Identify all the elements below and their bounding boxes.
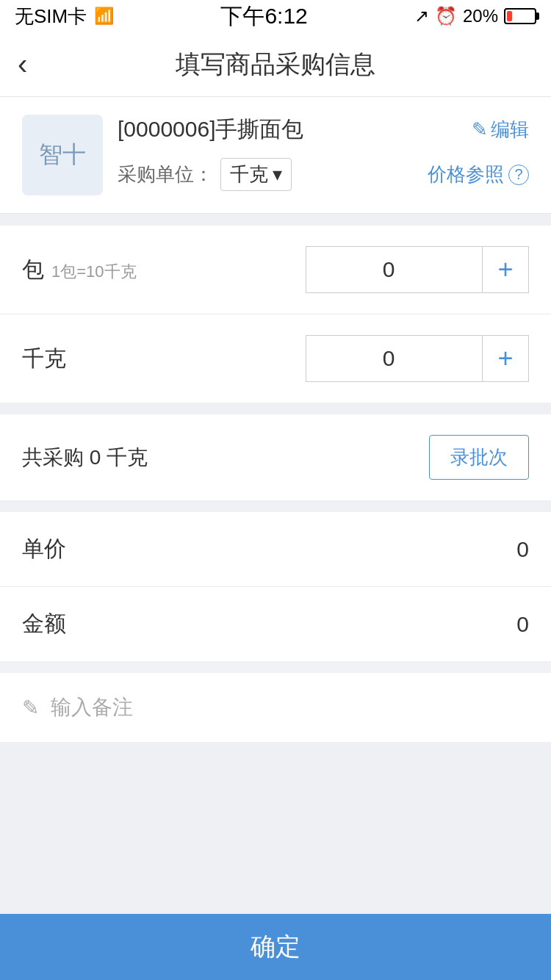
purchase-unit-row: 采购单位： 千克 ▾ 价格参照 ?	[118, 158, 529, 191]
carrier-text: 无SIM卡	[15, 4, 87, 29]
bag-sublabel: 1包=10千克	[51, 261, 137, 283]
product-logo-text: 智十	[39, 139, 86, 171]
location-icon: ↗	[414, 6, 429, 26]
bag-plus-button[interactable]: +	[482, 246, 529, 293]
battery-fill	[507, 11, 512, 21]
amount-value: 0	[516, 612, 529, 637]
battery-icon	[504, 8, 536, 24]
product-name: [0000006]手撕面包	[118, 115, 303, 145]
product-thumbnail: 智十	[22, 115, 103, 195]
confirm-button[interactable]: 确定	[0, 914, 551, 980]
unit-price-value: 0	[516, 537, 529, 562]
dropdown-arrow-icon: ▾	[273, 163, 282, 186]
unit-selector-wrap: 采购单位： 千克 ▾	[118, 158, 292, 191]
pencil-icon: ✎	[22, 696, 39, 720]
batch-button[interactable]: 录批次	[429, 435, 529, 480]
back-icon: ‹	[18, 48, 27, 81]
edit-button[interactable]: ✎ 编辑	[472, 117, 529, 143]
unit-dropdown[interactable]: 千克 ▾	[220, 158, 292, 191]
quantity-section: 包 1包=10千克 + 千克 +	[0, 226, 551, 403]
remark-placeholder: 输入备注	[51, 693, 133, 721]
unit-price-label: 单价	[22, 534, 66, 564]
help-icon: ?	[508, 165, 529, 185]
product-info: [0000006]手撕面包 ✎ 编辑 采购单位： 千克 ▾ 价格参照 ?	[118, 115, 529, 191]
unit-value: 千克	[230, 162, 268, 187]
status-bar: 无SIM卡 📶 下午6:12 ↗ ⏰ 20%	[0, 0, 551, 32]
price-reference-button[interactable]: 价格参照 ?	[428, 162, 529, 187]
price-section: 单价 0 金额 0	[0, 512, 551, 661]
amount-label: 金额	[22, 609, 66, 639]
amount-row: 金额 0	[0, 587, 551, 661]
unit-label: 采购单位：	[118, 162, 213, 187]
alarm-icon: ⏰	[435, 6, 457, 26]
back-button[interactable]: ‹	[18, 48, 27, 81]
product-card: 智十 [0000006]手撕面包 ✎ 编辑 采购单位： 千克 ▾ 价格参照 ?	[0, 97, 551, 214]
bag-input-wrap: +	[306, 246, 529, 293]
kg-plus-button[interactable]: +	[482, 335, 529, 382]
nav-bar: ‹ 填写商品采购信息	[0, 32, 551, 97]
bag-quantity-input[interactable]	[306, 246, 482, 293]
quantity-row-bag: 包 1包=10千克 +	[0, 226, 551, 314]
kg-quantity-input[interactable]	[306, 335, 482, 382]
wifi-icon: 📶	[94, 7, 114, 26]
total-row: 共采购 0 千克 录批次	[0, 414, 551, 500]
remark-section[interactable]: ✎ 输入备注	[0, 673, 551, 742]
kg-input-wrap: +	[306, 335, 529, 382]
section-divider-2	[0, 403, 551, 414]
quantity-row-kg: 千克 +	[0, 314, 551, 403]
page-title: 填写商品采购信息	[176, 48, 375, 82]
price-ref-label: 价格参照	[428, 162, 504, 187]
edit-icon: ✎	[472, 118, 488, 141]
battery-percent: 20%	[463, 6, 498, 26]
total-text: 共采购 0 千克	[22, 444, 148, 472]
section-divider-3	[0, 500, 551, 512]
bag-label: 包 1包=10千克	[22, 255, 137, 285]
section-divider-1	[0, 214, 551, 226]
confirm-button-label: 确定	[251, 930, 300, 964]
status-right: ↗ ⏰ 20%	[414, 6, 536, 26]
status-left: 无SIM卡 📶	[15, 4, 114, 29]
status-time: 下午6:12	[220, 1, 307, 32]
unit-price-row: 单价 0	[0, 512, 551, 587]
kg-label: 千克	[22, 344, 66, 374]
product-name-row: [0000006]手撕面包 ✎ 编辑	[118, 115, 529, 145]
